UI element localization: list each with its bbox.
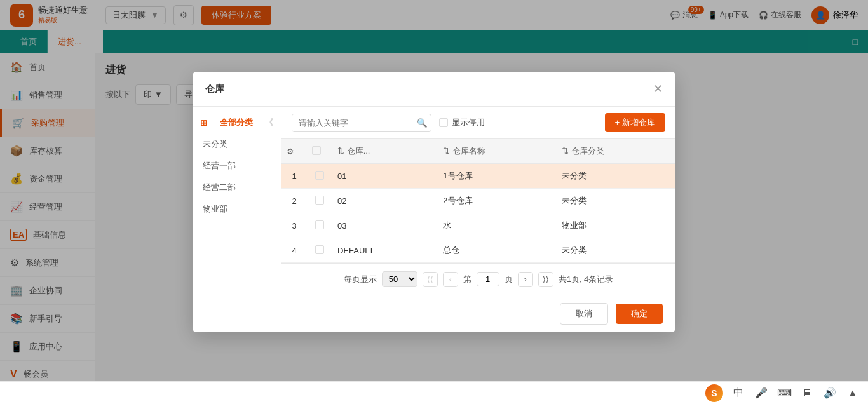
sort-icon: ⇅ <box>337 146 344 156</box>
page-label: 第 <box>463 274 471 285</box>
modal-footer: 取消 确定 <box>193 295 675 332</box>
row-no: 2 <box>281 189 307 213</box>
warehouse-table: ⚙ ⇅ 仓库... ⇅ 仓库名称 <box>281 139 675 263</box>
table-toolbar: 🔍 显示停用 + 新增仓库 <box>281 107 675 139</box>
modal-overlay: 仓库 ✕ ⊞ 全部分类 《 未分类 经营一部 经营二部 物业部 <box>0 0 868 404</box>
header-checkbox[interactable] <box>312 146 321 155</box>
th-category: ⇅ 仓库分类 <box>557 139 675 164</box>
table-row[interactable]: 1 01 1号仓库 未分类 <box>281 164 675 189</box>
bottom-mic-icon[interactable]: 🎤 <box>754 386 769 401</box>
collapse-icon: 《 <box>265 117 273 128</box>
s-logo: S <box>705 384 723 402</box>
row-checkbox[interactable] <box>307 238 332 263</box>
row-code: 01 <box>332 164 438 189</box>
row-code: 02 <box>332 189 438 213</box>
row-name: 总仓 <box>438 238 557 263</box>
row-check[interactable] <box>315 171 324 180</box>
bottom-display-icon[interactable]: 🖥 <box>799 386 815 401</box>
category-dept1[interactable]: 经营一部 <box>193 155 281 177</box>
th-settings[interactable]: ⚙ <box>281 139 307 164</box>
search-input[interactable] <box>292 114 412 131</box>
page-unit: 页 <box>505 274 513 285</box>
bottom-cn-label[interactable]: 中 <box>731 386 746 401</box>
row-no: 3 <box>281 213 307 238</box>
table-row[interactable]: 3 03 水 物业部 <box>281 213 675 238</box>
sort-icon3: ⇅ <box>562 146 569 156</box>
row-category: 未分类 <box>557 164 675 189</box>
row-code: 03 <box>332 213 438 238</box>
pagination: 每页显示 50 100 200 ⟨⟨ ‹ 第 页 › ⟩⟩ 共1页, 4条记录 <box>281 263 675 295</box>
modal-body: ⊞ 全部分类 《 未分类 经营一部 经营二部 物业部 🔍 <box>193 107 675 295</box>
confirm-button[interactable]: 确定 <box>616 304 663 324</box>
table-scroll: ⚙ ⇅ 仓库... ⇅ 仓库名称 <box>281 139 675 263</box>
row-checkbox[interactable] <box>307 213 332 238</box>
modal-header: 仓库 ✕ <box>193 72 675 107</box>
show-disabled-text: 显示停用 <box>452 117 485 128</box>
bottom-more-icon[interactable]: ▲ <box>845 386 860 401</box>
page-next-button[interactable]: › <box>518 272 533 287</box>
category-property[interactable]: 物业部 <box>193 198 281 220</box>
modal-close-button[interactable]: ✕ <box>653 82 663 96</box>
modal-warehouse: 仓库 ✕ ⊞ 全部分类 《 未分类 经营一部 经营二部 物业部 <box>193 72 675 332</box>
row-no: 4 <box>281 238 307 263</box>
th-checkbox <box>307 139 332 164</box>
show-disabled-checkbox[interactable] <box>439 118 448 127</box>
row-checkbox[interactable] <box>307 189 332 213</box>
row-category: 未分类 <box>557 189 675 213</box>
row-name: 水 <box>438 213 557 238</box>
bottom-bar: S 中 🎤 ⌨ 🖥 🔊 ▲ <box>0 381 868 404</box>
total-info: 共1页, 4条记录 <box>559 274 614 285</box>
page-last-button[interactable]: ⟩⟩ <box>538 272 553 287</box>
page-input[interactable] <box>477 272 499 286</box>
table-row[interactable]: 4 DEFAULT 总仓 未分类 <box>281 238 675 263</box>
row-category: 物业部 <box>557 213 675 238</box>
category-panel: ⊞ 全部分类 《 未分类 经营一部 经营二部 物业部 <box>193 107 281 295</box>
page-prev-button[interactable]: ‹ <box>443 272 458 287</box>
table-panel: 🔍 显示停用 + 新增仓库 ⚙ <box>281 107 675 295</box>
category-unclassified[interactable]: 未分类 <box>193 133 281 155</box>
page-first-button[interactable]: ⟨⟨ <box>423 272 438 287</box>
show-disabled-label[interactable]: 显示停用 <box>439 117 485 128</box>
bottom-volume-icon[interactable]: 🔊 <box>822 386 837 401</box>
add-warehouse-button[interactable]: + 新增仓库 <box>605 113 666 132</box>
per-page-select[interactable]: 50 100 200 <box>382 271 417 287</box>
per-page-label: 每页显示 <box>344 274 377 285</box>
bottom-keyboard-icon[interactable]: ⌨ <box>776 386 792 401</box>
row-checkbox[interactable] <box>307 164 332 189</box>
row-check[interactable] <box>315 245 324 254</box>
search-input-wrap: 🔍 <box>292 114 431 132</box>
grid-icon: ⊞ <box>200 118 207 128</box>
search-button[interactable]: 🔍 <box>412 114 431 131</box>
th-code: ⇅ 仓库... <box>332 139 438 164</box>
cancel-button[interactable]: 取消 <box>560 303 608 325</box>
category-dept2[interactable]: 经营二部 <box>193 177 281 198</box>
row-no: 1 <box>281 164 307 189</box>
th-name: ⇅ 仓库名称 <box>438 139 557 164</box>
row-name: 2号仓库 <box>438 189 557 213</box>
row-check[interactable] <box>315 220 324 229</box>
row-code: DEFAULT <box>332 238 438 263</box>
table-header-row: ⚙ ⇅ 仓库... ⇅ 仓库名称 <box>281 139 675 164</box>
row-name: 1号仓库 <box>438 164 557 189</box>
category-all[interactable]: ⊞ 全部分类 《 <box>193 112 281 133</box>
table-row[interactable]: 2 02 2号仓库 未分类 <box>281 189 675 213</box>
row-category: 未分类 <box>557 238 675 263</box>
modal-title: 仓库 <box>205 83 224 95</box>
category-all-label: 全部分类 <box>220 117 253 128</box>
row-check[interactable] <box>315 196 324 205</box>
sort-icon2: ⇅ <box>443 146 450 156</box>
